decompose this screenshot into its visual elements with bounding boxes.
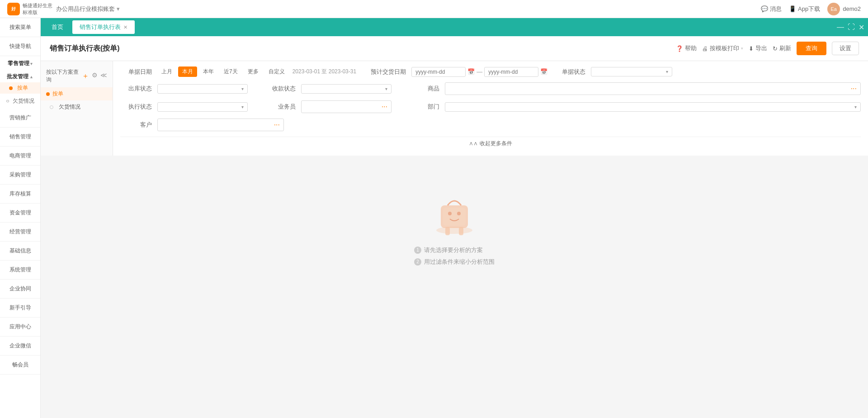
sidebar-item-wholesale-mgmt[interactable]: 批发管理 ▲ [0, 69, 40, 82]
breadcrumb-text: 办公用品行业模拟账套 [56, 5, 115, 13]
sidebar-item-enterprise[interactable]: 企业协同 [0, 280, 40, 299]
export-icon: ⬇ [749, 45, 754, 52]
wholesale-expand-icon: ▲ [29, 75, 33, 79]
sidebar-item-finance[interactable]: 资金管理 [0, 204, 40, 223]
active-dot-icon [9, 86, 13, 90]
page-title: 销售订单执行表(按单) [50, 44, 120, 53]
date-this-month-btn[interactable]: 本月 [178, 66, 197, 77]
main-layout: 搜索菜单 快捷导航 零售管理 ▾ 批发管理 ▲ 按单 ○ 欠货情况 营销推广 销… [0, 18, 868, 418]
tab-home[interactable]: 首页 [44, 20, 71, 34]
scheme-actions: ＋ ⚙ ≪ [82, 71, 107, 81]
sidebar-sub-debt-status[interactable]: ○ 欠货情况 [0, 94, 40, 109]
status-select[interactable]: ▾ [591, 67, 672, 76]
tab-close-window-icon[interactable]: ✕ [859, 23, 864, 32]
sidebar-item-marketing[interactable]: 营销推广 [0, 109, 40, 128]
filter-date-row: 单据日期 上月 本月 本年 近7天 更多 自定义 2023-03-01 至 20… [120, 66, 861, 77]
filter-row-3: 执行状态 ▾ 业务员 ··· 部门 [120, 100, 861, 113]
tab-maximize-icon[interactable]: ⛶ [848, 23, 855, 32]
tab-sales-exec-label: 销售订单执行表 [80, 23, 121, 31]
sidebar-item-app-center[interactable]: 应用中心 [0, 318, 40, 337]
sidebar-item-quick-nav[interactable]: 快捷导航 [0, 37, 40, 56]
query-button[interactable]: 查询 [797, 42, 826, 55]
date-range-controls: 上月 本月 本年 近7天 更多 自定义 2023-03-01 至 2023-03… [157, 66, 356, 77]
date-last-7days-btn[interactable]: 近7天 [220, 66, 242, 77]
filter-row-4: 客户 ··· [120, 119, 861, 131]
date-range-text: 2023-03-01 至 2023-03-31 [292, 68, 356, 76]
sidebar-search-label: 搜索菜单 [9, 24, 31, 30]
scheme-press-order[interactable]: 按单 [41, 87, 113, 100]
sidebar-item-system[interactable]: 系统管理 [0, 261, 40, 280]
receipt-status-label: 收款状态 [264, 85, 296, 93]
salesman-more-icon[interactable]: ··· [382, 103, 387, 111]
sidebar-item-inventory[interactable]: 库存核算 [0, 185, 40, 204]
calendar-end-icon[interactable]: 📅 [540, 68, 547, 75]
export-button[interactable]: ⬇ 导出 [749, 44, 767, 52]
sidebar-item-enterprise-wechat[interactable]: 企业微信 [0, 337, 40, 356]
message-button[interactable]: 💬 消息 [761, 5, 782, 13]
status-label: 单据状态 [562, 68, 585, 76]
scheme-add-icon[interactable]: ＋ [82, 71, 89, 81]
scheme-collapse-icon[interactable]: ≪ [100, 71, 107, 81]
filter-row-2: 出库状态 ▾ 收款状态 ▾ 商品 [120, 82, 861, 95]
sidebar: 搜索菜单 快捷导航 零售管理 ▾ 批发管理 ▲ 按单 ○ 欠货情况 营销推广 销… [0, 18, 41, 418]
department-select[interactable]: ▾ [445, 102, 861, 112]
sidebar-item-newcomer[interactable]: 新手引导 [0, 299, 40, 318]
help-button[interactable]: ❓ 帮助 [676, 44, 697, 52]
predict-date-start-input[interactable] [411, 67, 466, 77]
filter-sidebar: 按以下方案查询 ＋ ⚙ ≪ 按单 [41, 61, 868, 156]
sidebar-item-operations[interactable]: 经营管理 [0, 223, 40, 242]
predict-date-end-input[interactable] [484, 67, 538, 77]
sidebar-sub-press-order[interactable]: 按单 [0, 82, 40, 94]
date-this-year-btn[interactable]: 本年 [199, 66, 218, 77]
delivery-arrow-icon: ▾ [241, 86, 244, 91]
svg-point-4 [457, 212, 461, 215]
date-more-btn[interactable]: 更多 [244, 66, 263, 77]
svg-point-3 [448, 212, 452, 215]
sidebar-item-retail-mgmt[interactable]: 零售管理 ▾ [0, 56, 40, 69]
sidebar-item-search-menu[interactable]: 搜索菜单 [0, 18, 40, 37]
breadcrumb-arrow-icon[interactable]: ▾ [117, 5, 120, 12]
step-1-num-icon: 1 [414, 247, 421, 254]
scheme-edit-icon[interactable]: ⚙ [92, 71, 98, 81]
scheme-debt-status[interactable]: 欠货情况 [41, 100, 113, 114]
collapse-filters-button[interactable]: ∧∧ 收起更多条件 [120, 137, 861, 150]
customer-more-icon[interactable]: ··· [274, 121, 280, 129]
department-arrow-icon: ▾ [854, 104, 857, 109]
breadcrumb: 办公用品行业模拟账套 ▾ [56, 5, 120, 13]
logo-icon: 好 [7, 3, 20, 15]
date-custom-btn[interactable]: 自定义 [264, 66, 289, 77]
top-bar: 好 畅捷通好生意 标准版 办公用品行业模拟账套 ▾ 💬 消息 📱 App下载 E… [0, 0, 868, 18]
user-area[interactable]: Ea demo2 [827, 3, 861, 15]
date-range-sep: — [476, 68, 482, 75]
salesman-select[interactable]: ··· [301, 100, 392, 113]
delivery-status-select[interactable]: ▾ [157, 84, 248, 94]
calendar-start-icon[interactable]: 📅 [467, 68, 475, 75]
message-icon: 💬 [761, 5, 768, 12]
delivery-status-label: 出库状态 [120, 85, 152, 93]
sidebar-item-ecommerce[interactable]: 电商管理 [0, 147, 40, 166]
date-last-month-btn[interactable]: 上月 [157, 66, 176, 77]
receipt-status-select[interactable]: ▾ [301, 84, 392, 94]
avatar-initials: Ea [831, 6, 837, 12]
sidebar-item-purchase[interactable]: 采购管理 [0, 166, 40, 185]
sidebar-item-basic-info[interactable]: 基础信息 [0, 242, 40, 261]
exec-status-select[interactable]: ▾ [157, 102, 248, 112]
customer-select[interactable]: ··· [157, 119, 284, 131]
tab-minimize-icon[interactable]: — [837, 23, 844, 32]
logo-text: 畅捷通好生意 标准版 [23, 2, 52, 15]
refresh-button[interactable]: ↻ 刷新 [773, 44, 791, 52]
sidebar-item-sales-mgmt[interactable]: 销售管理 [0, 128, 40, 147]
template-print-button[interactable]: 🖨 按模板打印 ▾ [702, 44, 743, 52]
tab-close-icon[interactable]: ✕ [123, 24, 127, 30]
salesman-label: 业务员 [264, 103, 296, 111]
tab-sales-exec[interactable]: 销售订单执行表 ✕ [72, 20, 135, 34]
app-download-button[interactable]: 📱 App下载 [789, 5, 820, 13]
goods-select[interactable]: ··· [445, 82, 861, 95]
exec-arrow-icon: ▾ [241, 104, 244, 109]
exec-status-label: 执行状态 [120, 103, 152, 111]
print-arrow-icon: ▾ [741, 46, 743, 51]
sidebar-item-member[interactable]: 畅会员 [0, 356, 40, 375]
step-2-num-icon: 2 [414, 258, 421, 266]
settings-button[interactable]: 设置 [832, 42, 859, 55]
goods-more-icon[interactable]: ··· [851, 85, 857, 93]
